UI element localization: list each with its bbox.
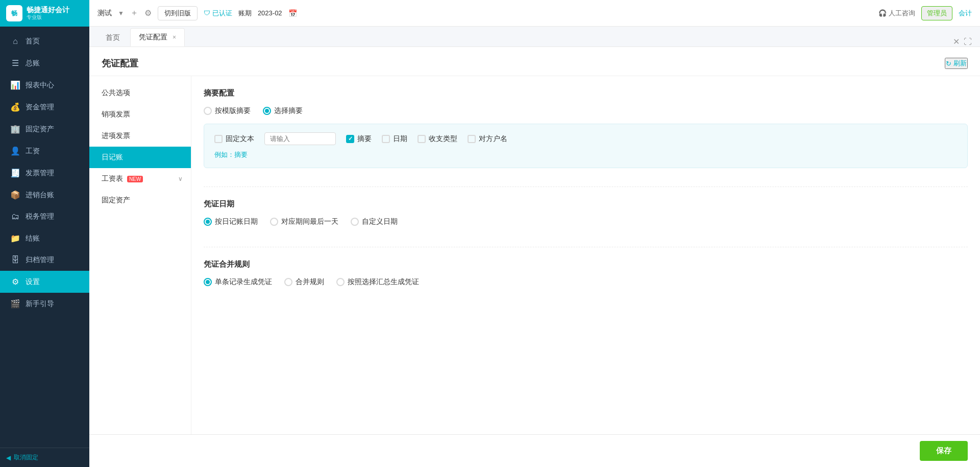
new-badge-payroll: NEW xyxy=(127,176,143,182)
sidebar-label-settings: 设置 xyxy=(26,277,40,287)
sidebar-label-invoice: 发票管理 xyxy=(26,169,54,178)
sidebar-item-home[interactable]: ⌂ 首页 xyxy=(0,31,89,52)
checkbox-date[interactable]: 日期 xyxy=(382,134,407,144)
sidebar-item-guide[interactable]: 🎬 新手引导 xyxy=(0,293,89,315)
settings-icon: ⚙ xyxy=(10,277,20,287)
left-menu-label-purchase: 进项发票 xyxy=(102,131,130,139)
sidebar-label-ledger: 总账 xyxy=(26,59,40,68)
right-content-scroll[interactable]: 摘要配置 按模版摘要 选择摘 xyxy=(191,76,980,467)
sidebar-label-home: 首页 xyxy=(26,37,40,46)
tab-home[interactable]: 首页 xyxy=(97,29,128,46)
main-area: 测试 ▼ ＋ ⚙ 切到旧版 🛡 已认证 账期 2023-02 📅 🎧 人工咨询 … xyxy=(89,0,980,467)
page-header: 凭证配置 ↻ 刷新 xyxy=(89,47,980,76)
section-title-date: 凭证日期 xyxy=(204,199,968,209)
close-account-icon: 📁 xyxy=(10,233,20,243)
radio-template-summary[interactable]: 按模版摘要 xyxy=(204,106,251,115)
sidebar-item-fund[interactable]: 💰 资金管理 xyxy=(0,96,89,118)
checkbox-pay-type[interactable]: 收支类型 xyxy=(418,134,457,144)
radio-circle-period-last xyxy=(270,218,278,226)
checkbox-row: 固定文本 ✓ 摘要 xyxy=(214,132,957,145)
sidebar-item-salary[interactable]: 👤 工资 xyxy=(0,140,89,162)
left-menu-item-fixed-asset[interactable]: 固定资产 xyxy=(89,190,191,211)
sidebar-item-ledger[interactable]: ☰ 总账 xyxy=(0,52,89,74)
left-menu-label-public: 公共选项 xyxy=(102,88,130,97)
radio-merge-rule[interactable]: 合并规则 xyxy=(284,277,324,287)
date-radio-group: 按日记账日期 对应期间最后一天 自定义日期 xyxy=(204,217,968,226)
tab-voucher-config[interactable]: 凭证配置 × xyxy=(130,28,185,46)
radio-summary-gen[interactable]: 按照选择汇总生成凭证 xyxy=(336,277,419,287)
left-menu-item-payroll[interactable]: 工资表 NEW ∨ xyxy=(89,168,191,190)
sidebar-item-archive[interactable]: 🗄 归档管理 xyxy=(0,249,89,271)
left-menu-item-sales[interactable]: 销项发票 xyxy=(89,104,191,125)
left-menu-item-journal[interactable]: 日记账 xyxy=(89,147,191,168)
logo-title: 畅捷通好会计 xyxy=(27,6,69,14)
radio-circle-merge xyxy=(284,278,292,286)
radio-single-record[interactable]: 单条记录生成凭证 xyxy=(204,277,272,287)
left-menu: 公共选项 销项发票 进项发票 日记账 工资表 NEW ∨ xyxy=(89,76,191,467)
radio-custom-date[interactable]: 自定义日期 xyxy=(351,217,398,226)
checkbox-counterpart[interactable]: 对方户名 xyxy=(468,134,507,144)
verified-label: 已认证 xyxy=(212,9,232,18)
radio-dot-single xyxy=(206,280,210,284)
radio-label-template: 按模版摘要 xyxy=(215,106,251,115)
user-button[interactable]: 管理员 xyxy=(921,6,952,20)
radio-circle-journal-date xyxy=(204,218,212,226)
radio-journal-date[interactable]: 按日记账日期 xyxy=(204,217,258,226)
switch-version-button[interactable]: 切到旧版 xyxy=(158,6,198,20)
sidebar-item-close[interactable]: 📁 结账 xyxy=(0,227,89,249)
left-menu-label-fixed-asset: 固定资产 xyxy=(102,196,130,204)
left-menu-item-purchase[interactable]: 进项发票 xyxy=(89,125,191,147)
refresh-label: 刷新 xyxy=(953,59,967,68)
expand-icon-payroll: ∨ xyxy=(178,175,183,182)
radio-dot-select xyxy=(265,109,269,113)
left-menu-label-journal: 日记账 xyxy=(102,153,123,161)
radio-label-select: 选择摘要 xyxy=(274,106,303,115)
guide-icon: 🎬 xyxy=(10,299,20,309)
radio-circle-custom-date xyxy=(351,218,359,226)
save-button[interactable]: 保存 xyxy=(920,441,968,461)
refresh-button[interactable]: ↻ 刷新 xyxy=(945,58,968,69)
radio-label-single: 单条记录生成凭证 xyxy=(215,277,272,287)
sidebar-item-trade[interactable]: 📦 进销台账 xyxy=(0,184,89,206)
sidebar-item-asset[interactable]: 🏢 固定资产 xyxy=(0,118,89,140)
left-menu-label-sales: 销项发票 xyxy=(102,110,130,118)
trade-icon: 📦 xyxy=(10,190,20,200)
add-icon[interactable]: ＋ xyxy=(130,8,138,18)
project-dropdown-icon[interactable]: ▼ xyxy=(118,10,124,17)
sidebar: 畅 畅捷通好会计 专业版 ⌂ 首页 ☰ 总账 📊 报表中心 💰 资金管理 🏢 固… xyxy=(0,0,89,467)
home-icon: ⌂ xyxy=(10,37,20,46)
period-label: 账期 xyxy=(238,9,252,18)
left-menu-item-public[interactable]: 公共选项 xyxy=(89,82,191,104)
shield-icon: 🛡 xyxy=(204,9,210,17)
fixed-text-input[interactable] xyxy=(264,132,336,145)
sidebar-item-settings[interactable]: ⚙ 设置 xyxy=(0,271,89,293)
checkbox-label-counterpart: 对方户名 xyxy=(479,134,507,144)
sidebar-logo: 畅 畅捷通好会计 专业版 xyxy=(0,0,89,27)
radio-period-last[interactable]: 对应期间最后一天 xyxy=(270,217,338,226)
sidebar-item-invoice[interactable]: 🧾 发票管理 xyxy=(0,162,89,184)
sidebar-label-archive: 归档管理 xyxy=(26,255,54,265)
sidebar-item-tax[interactable]: 🗂 税务管理 xyxy=(0,206,89,227)
radio-dot-journal-date xyxy=(206,220,210,224)
logo-icon: 畅 xyxy=(6,5,22,21)
fund-icon: 💰 xyxy=(10,102,20,112)
radio-select-summary[interactable]: 选择摘要 xyxy=(263,106,303,115)
sidebar-footer-unpin[interactable]: ◀ 取消固定 xyxy=(0,448,89,467)
tax-icon: 🗂 xyxy=(10,212,20,221)
window-close-button[interactable]: ✕ xyxy=(953,37,960,46)
radio-circle-template xyxy=(204,107,212,115)
checkbox-summary[interactable]: ✓ 摘要 xyxy=(346,134,372,144)
radio-label-custom-date: 自定义日期 xyxy=(362,217,398,226)
headset-icon: 🎧 xyxy=(878,9,887,17)
tab-close-icon[interactable]: × xyxy=(173,34,176,41)
sidebar-item-report[interactable]: 📊 报表中心 xyxy=(0,74,89,96)
tabbar: 首页 凭证配置 × ✕ ⛶ xyxy=(89,27,980,47)
checkbox-label-date: 日期 xyxy=(393,134,407,144)
gear-icon[interactable]: ⚙ xyxy=(144,8,152,18)
calendar-icon[interactable]: 📅 xyxy=(288,9,297,17)
sidebar-label-trade: 进销台账 xyxy=(26,191,54,200)
checkbox-fixed-text[interactable]: 固定文本 xyxy=(214,134,254,144)
window-expand-button[interactable]: ⛶ xyxy=(964,37,972,46)
help-button[interactable]: 🎧 人工咨询 xyxy=(878,9,915,18)
sidebar-label-close: 结账 xyxy=(26,234,40,243)
